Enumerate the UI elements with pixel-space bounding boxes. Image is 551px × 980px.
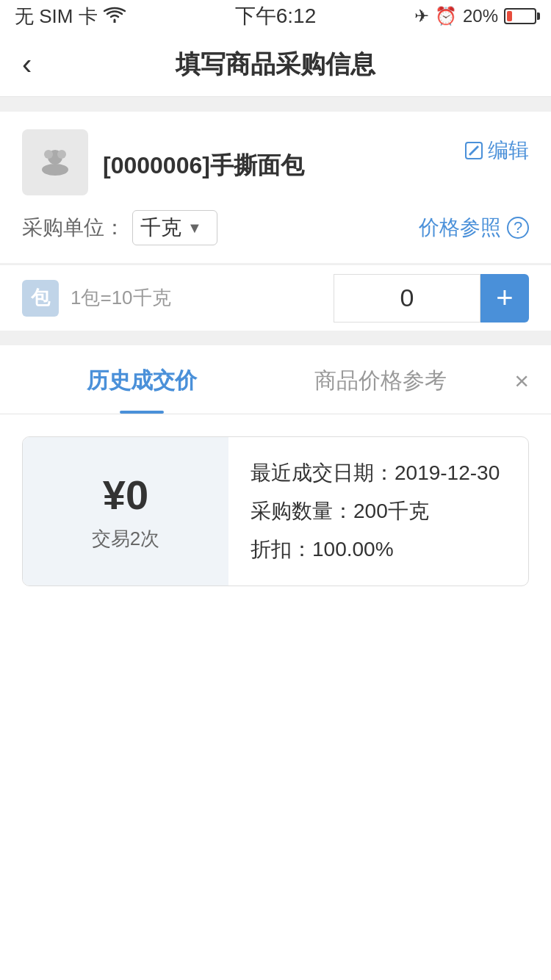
- tab-content-history-price: ¥0 交易2次 最近成交日期：2019-12-30 采购数量：200千克 折扣：…: [0, 414, 551, 608]
- location-icon: ✈: [414, 6, 429, 26]
- price-card: ¥0 交易2次 最近成交日期：2019-12-30 采购数量：200千克 折扣：…: [22, 436, 529, 586]
- quantity-plus-button[interactable]: +: [480, 274, 529, 323]
- product-left: [0000006]手撕面包: [22, 129, 304, 195]
- status-bar: 无 SIM 卡 下午6:12 ✈ ⏰ 20%: [0, 0, 551, 32]
- price-ref-label: 价格参照: [419, 214, 501, 242]
- help-icon[interactable]: ?: [507, 217, 529, 239]
- product-card: [0000006]手撕面包 编辑 采购单位： 千克 ▼ 价格参照 ?: [0, 112, 551, 263]
- price-amount: ¥0: [103, 471, 148, 519]
- price-recent-date: 最近成交日期：2019-12-30: [251, 459, 506, 487]
- nav-bar: ‹ 填写商品采购信息: [0, 32, 551, 97]
- svg-point-1: [42, 164, 68, 176]
- wifi-icon: [104, 5, 126, 28]
- unit-box: 包: [22, 280, 59, 317]
- svg-point-3: [57, 150, 66, 159]
- back-button[interactable]: ‹: [22, 40, 46, 88]
- tabs-header: 历史成交价 商品价格参考 ×: [0, 345, 551, 414]
- edit-label: 编辑: [488, 137, 529, 165]
- unit-label: 采购单位： 千克 ▼: [22, 210, 217, 245]
- carrier-text: 无 SIM 卡: [15, 4, 98, 29]
- product-thumbnail: [22, 129, 88, 195]
- tab-product-price-ref[interactable]: 商品价格参考: [261, 345, 500, 414]
- quantity-controls: +: [334, 274, 529, 323]
- price-discount: 折扣：100.00%: [251, 536, 506, 563]
- page-title: 填写商品采购信息: [176, 48, 375, 82]
- quantity-row: 包 1包=10千克 +: [0, 264, 551, 331]
- product-meta: 采购单位： 千克 ▼ 价格参照 ?: [22, 210, 529, 245]
- status-time: 下午6:12: [235, 2, 317, 30]
- svg-point-2: [44, 150, 53, 159]
- unit-value: 千克: [140, 214, 181, 242]
- price-right-panel: 最近成交日期：2019-12-30 采购数量：200千克 折扣：100.00%: [228, 437, 528, 586]
- battery-percent: 20%: [463, 6, 498, 26]
- dropdown-arrow-icon: ▼: [187, 220, 202, 237]
- price-purchase-qty: 采购数量：200千克: [251, 497, 506, 525]
- price-count: 交易2次: [92, 526, 159, 552]
- tabs-panel: 历史成交价 商品价格参考 × ¥0 交易2次 最近成交日期：2019-12-30…: [0, 345, 551, 608]
- battery-icon: [504, 8, 536, 24]
- product-name: [0000006]手撕面包: [103, 143, 304, 182]
- edit-button[interactable]: 编辑: [464, 129, 529, 165]
- status-left: 无 SIM 卡: [15, 4, 126, 29]
- status-right: ✈ ⏰ 20%: [414, 6, 536, 26]
- unit-dropdown[interactable]: 千克 ▼: [132, 210, 217, 245]
- price-ref-button[interactable]: 价格参照 ?: [419, 214, 529, 242]
- bottom-area: [0, 608, 551, 980]
- quantity-input[interactable]: [334, 274, 480, 323]
- alarm-icon: ⏰: [435, 6, 457, 26]
- tab-close-button[interactable]: ×: [500, 346, 529, 413]
- quantity-unit: 包 1包=10千克: [22, 280, 171, 317]
- tab-history-price[interactable]: 历史成交价: [22, 345, 261, 414]
- unit-conversion: 1包=10千克: [71, 285, 171, 311]
- price-left-panel: ¥0 交易2次: [23, 437, 228, 586]
